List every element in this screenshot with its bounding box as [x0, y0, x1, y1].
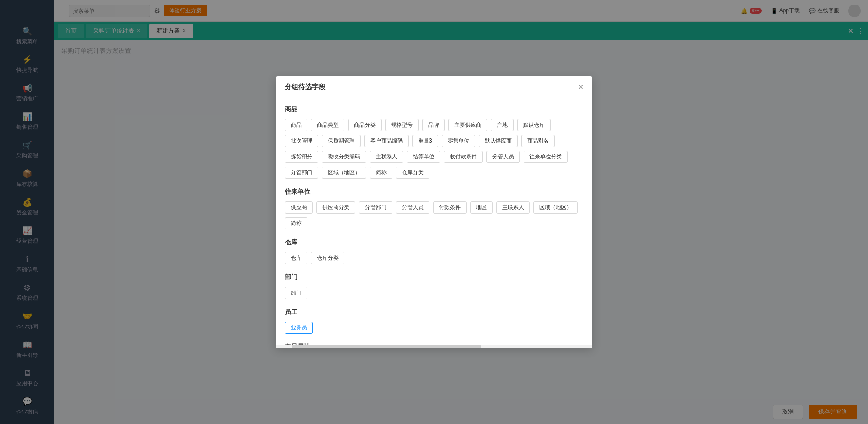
field-tag-0-21[interactable]: 往来单位分类: [524, 151, 568, 163]
dialog-title: 分组待选字段: [285, 83, 326, 91]
section-2: 仓库仓库仓库分类: [285, 238, 583, 264]
section-title-2: 仓库: [285, 238, 583, 247]
field-tag-2-0[interactable]: 仓库: [285, 252, 307, 264]
field-tag-1-6[interactable]: 主联系人: [496, 201, 530, 214]
field-tag-0-15[interactable]: 拣货积分: [285, 151, 318, 163]
field-tag-0-2[interactable]: 商品分类: [348, 119, 382, 131]
field-tag-0-12[interactable]: 零售单位: [442, 135, 475, 147]
field-tag-0-3[interactable]: 规格型号: [385, 119, 419, 131]
field-tag-0-23[interactable]: 区域（地区）: [322, 167, 366, 179]
field-tag-0-6[interactable]: 产地: [491, 119, 514, 131]
field-tag-0-14[interactable]: 商品别名: [521, 135, 555, 147]
field-tag-0-1[interactable]: 商品类型: [311, 119, 344, 131]
field-tag-0-0[interactable]: 商品: [285, 119, 307, 131]
section-tags-3: 部门: [285, 287, 583, 299]
section-title-3: 部门: [285, 273, 583, 281]
field-tag-0-24[interactable]: 简称: [370, 167, 392, 179]
section-title-0: 商品: [285, 105, 583, 114]
dialog-close-button[interactable]: ×: [578, 83, 583, 91]
section-tags-0: 商品商品类型商品分类规格型号品牌主要供应商产地默认仓库批次管理保质期管理客户商品…: [285, 119, 583, 179]
section-4: 员工业务员: [285, 308, 583, 334]
field-tag-2-1[interactable]: 仓库分类: [311, 252, 344, 264]
section-title-1: 往来单位: [285, 188, 583, 196]
field-tag-0-16[interactable]: 税收分类编码: [322, 151, 366, 163]
dialog-hscroll: [276, 345, 592, 348]
overlay: 分组待选字段 × 商品商品商品类型商品分类规格型号品牌主要供应商产地默认仓库批次…: [0, 0, 868, 424]
field-tag-0-19[interactable]: 收付款条件: [444, 151, 483, 163]
dialog-hscroll-thumb: [292, 345, 481, 348]
section-1: 往来单位供应商供应商分类分管部门分管人员付款条件地区主联系人区域（地区）简称: [285, 188, 583, 229]
field-tag-1-4[interactable]: 付款条件: [433, 201, 467, 214]
field-tag-0-11[interactable]: 重量3: [412, 135, 438, 147]
field-tag-1-0[interactable]: 供应商: [285, 201, 313, 214]
field-tag-0-4[interactable]: 品牌: [422, 119, 445, 131]
dialog: 分组待选字段 × 商品商品商品类型商品分类规格型号品牌主要供应商产地默认仓库批次…: [276, 76, 592, 348]
field-tag-0-17[interactable]: 主联系人: [370, 151, 403, 163]
field-tag-1-7[interactable]: 区域（地区）: [533, 201, 578, 214]
field-tag-0-20[interactable]: 分管人员: [486, 151, 520, 163]
field-tag-1-5[interactable]: 地区: [470, 201, 493, 214]
field-tag-0-5[interactable]: 主要供应商: [448, 119, 487, 131]
dialog-header: 分组待选字段 ×: [276, 76, 592, 98]
field-tag-1-2[interactable]: 分管部门: [359, 201, 392, 214]
field-tag-0-8[interactable]: 批次管理: [285, 135, 318, 147]
field-tag-0-13[interactable]: 默认供应商: [479, 135, 518, 147]
field-tag-0-18[interactable]: 结算单位: [407, 151, 440, 163]
section-title-4: 员工: [285, 308, 583, 316]
section-tags-4: 业务员: [285, 322, 583, 334]
field-tag-0-22[interactable]: 分管部门: [285, 167, 318, 179]
field-tag-0-7[interactable]: 默认仓库: [517, 119, 551, 131]
field-tag-0-9[interactable]: 保质期管理: [322, 135, 361, 147]
field-tag-1-8[interactable]: 简称: [285, 217, 307, 229]
dialog-body[interactable]: 商品商品商品类型商品分类规格型号品牌主要供应商产地默认仓库批次管理保质期管理客户…: [276, 98, 592, 345]
field-tag-3-0[interactable]: 部门: [285, 287, 307, 299]
field-tag-1-3[interactable]: 分管人员: [396, 201, 429, 214]
field-tag-4-0[interactable]: 业务员: [285, 322, 313, 334]
section-tags-2: 仓库仓库分类: [285, 252, 583, 264]
field-tag-0-10[interactable]: 客户商品编码: [364, 135, 409, 147]
section-0: 商品商品商品类型商品分类规格型号品牌主要供应商产地默认仓库批次管理保质期管理客户…: [285, 105, 583, 179]
field-tag-0-25[interactable]: 仓库分类: [396, 167, 429, 179]
section-3: 部门部门: [285, 273, 583, 299]
section-tags-1: 供应商供应商分类分管部门分管人员付款条件地区主联系人区域（地区）简称: [285, 201, 583, 229]
field-tag-1-1[interactable]: 供应商分类: [316, 201, 355, 214]
